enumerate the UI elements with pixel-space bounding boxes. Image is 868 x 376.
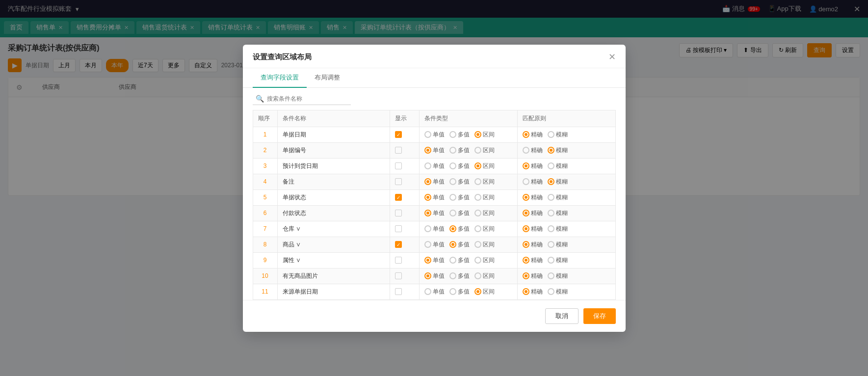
table-row: 4备注单值多值区间精确模糊 <box>253 174 615 189</box>
show-checkbox[interactable] <box>395 178 402 185</box>
type-radio-item[interactable]: 多值 <box>449 131 470 139</box>
type-radio-item[interactable]: 单值 <box>424 178 445 186</box>
show-checkbox[interactable] <box>395 194 402 201</box>
radio-circle <box>474 194 481 201</box>
radio-label: 区间 <box>483 193 495 202</box>
th-show: 显示 <box>390 110 419 127</box>
cell-match: 精确模糊 <box>517 158 615 174</box>
cell-name: 单据日期 <box>277 127 390 142</box>
cell-order: 1 <box>253 127 277 142</box>
cell-match: 精确模糊 <box>517 189 615 202</box>
match-radio-item[interactable]: 精确 <box>523 162 543 170</box>
radio-label: 精确 <box>531 162 543 170</box>
radio-label: 精确 <box>531 178 543 186</box>
type-radio-item[interactable]: 多值 <box>449 178 470 186</box>
radio-label: 多值 <box>458 193 470 202</box>
search-input[interactable] <box>267 95 348 102</box>
radio-circle <box>523 147 529 154</box>
match-radio-item[interactable]: 模糊 <box>548 162 568 170</box>
cell-order: 5 <box>253 189 277 202</box>
radio-label: 精确 <box>531 193 543 202</box>
cell-name: 预计到货日期 <box>277 158 390 174</box>
type-radio-item[interactable]: 区间 <box>474 131 495 139</box>
cell-type: 单值多值区间 <box>419 174 517 189</box>
tab-query-fields[interactable]: 查询字段设置 <box>253 68 307 88</box>
modal-search-area: 🔍 <box>243 88 626 110</box>
modal-table-wrap: 顺序 条件名称 显示 条件类型 匹配原则 1单据日期单值多值区间精确模糊2单据编… <box>243 110 626 202</box>
modal-close-button[interactable]: ✕ <box>608 53 616 61</box>
radio-label: 单值 <box>433 146 445 155</box>
radio-label: 单值 <box>433 193 445 202</box>
radio-circle <box>449 162 456 169</box>
radio-circle <box>474 131 481 138</box>
cell-show <box>390 158 419 174</box>
th-match: 匹配原则 <box>517 110 615 127</box>
type-radio-item[interactable]: 区间 <box>474 193 495 202</box>
table-row: 3预计到货日期单值多值区间精确模糊 <box>253 158 615 174</box>
radio-label: 多值 <box>458 146 470 155</box>
modal-overlay: 设置查询区域布局 ✕ 查询字段设置 布局调整 🔍 顺序 条件名称 显示 <box>0 0 868 202</box>
radio-label: 多值 <box>458 131 470 139</box>
match-radio-item[interactable]: 精确 <box>523 178 543 186</box>
cell-match: 精确模糊 <box>517 127 615 142</box>
type-radio-item[interactable]: 多值 <box>449 146 470 155</box>
tab-layout-adjust[interactable]: 布局调整 <box>307 68 348 88</box>
cell-name: 单据状态 <box>277 189 390 202</box>
type-radio-item[interactable]: 单值 <box>424 193 445 202</box>
table-header-row: 顺序 条件名称 显示 条件类型 匹配原则 <box>253 110 615 127</box>
type-radio-item[interactable]: 单值 <box>424 162 445 170</box>
radio-circle <box>449 131 456 138</box>
radio-label: 模糊 <box>556 178 568 186</box>
type-radio-item[interactable]: 区间 <box>474 162 495 170</box>
modal-header: 设置查询区域布局 ✕ <box>243 45 626 68</box>
cell-type: 单值多值区间 <box>419 189 517 202</box>
modal-table-body: 1单据日期单值多值区间精确模糊2单据编号单值多值区间精确模糊3预计到货日期单值多… <box>253 127 615 202</box>
table-head: 顺序 条件名称 显示 条件类型 匹配原则 <box>253 110 615 127</box>
show-checkbox[interactable] <box>395 147 402 154</box>
modal-tabs: 查询字段设置 布局调整 <box>243 68 626 88</box>
radio-circle <box>474 162 481 169</box>
radio-circle <box>548 147 554 154</box>
cell-order: 2 <box>253 142 277 158</box>
match-radio-item[interactable]: 精确 <box>523 146 543 155</box>
cell-show <box>390 174 419 189</box>
order-number: 3 <box>263 162 267 169</box>
type-radio-item[interactable]: 单值 <box>424 146 445 155</box>
type-radio-item[interactable]: 区间 <box>474 146 495 155</box>
match-radio-item[interactable]: 模糊 <box>548 178 568 186</box>
radio-label: 区间 <box>483 162 495 170</box>
type-radio-item[interactable]: 区间 <box>474 178 495 186</box>
radio-circle <box>474 178 481 185</box>
match-radio-item[interactable]: 模糊 <box>548 193 568 202</box>
search-box: 🔍 <box>253 93 351 105</box>
match-radio-item[interactable]: 模糊 <box>548 146 568 155</box>
radio-circle <box>523 178 529 185</box>
type-radio-item[interactable]: 多值 <box>449 162 470 170</box>
cell-type: 单值多值区间 <box>419 127 517 142</box>
radio-label: 模糊 <box>556 162 568 170</box>
th-order: 顺序 <box>253 110 277 127</box>
radio-label: 模糊 <box>556 146 568 155</box>
type-radio-item[interactable]: 单值 <box>424 131 445 139</box>
radio-circle <box>449 147 456 154</box>
radio-circle <box>523 194 529 201</box>
match-radio-item[interactable]: 精确 <box>523 193 543 202</box>
radio-circle <box>548 194 554 201</box>
cell-show <box>390 142 419 158</box>
radio-label: 模糊 <box>556 193 568 202</box>
show-checkbox[interactable] <box>395 131 402 138</box>
radio-label: 单值 <box>433 162 445 170</box>
table-row: 1单据日期单值多值区间精确模糊 <box>253 127 615 142</box>
show-checkbox[interactable] <box>395 162 402 169</box>
order-number: 4 <box>263 178 267 185</box>
radio-label: 精确 <box>531 131 543 139</box>
search-icon: 🔍 <box>256 95 264 103</box>
cell-order: 4 <box>253 174 277 189</box>
cell-show <box>390 127 419 142</box>
radio-label: 精确 <box>531 146 543 155</box>
type-radio-item[interactable]: 多值 <box>449 193 470 202</box>
radio-circle <box>523 162 529 169</box>
order-number: 1 <box>263 131 267 138</box>
match-radio-item[interactable]: 模糊 <box>548 131 568 139</box>
match-radio-item[interactable]: 精确 <box>523 131 543 139</box>
